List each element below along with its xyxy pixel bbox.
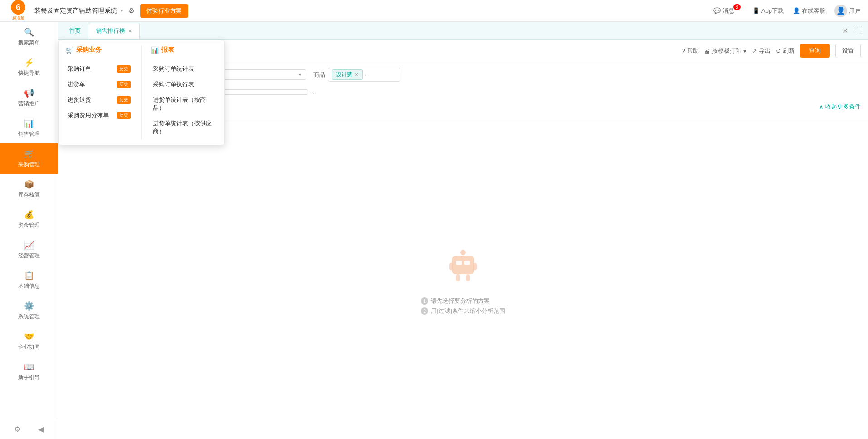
menu-item-label: 采购订单执行表	[153, 80, 194, 89]
history-badge: 历史	[117, 112, 131, 119]
message-badge: 6	[733, 4, 741, 10]
sidebar-item-system[interactable]: ⚙️ 系统管理	[0, 296, 58, 326]
goods-label: 商品	[313, 71, 325, 79]
salesperson-select[interactable]	[218, 89, 308, 95]
bottom-collapse-icon[interactable]: ◀	[38, 425, 44, 434]
svg-rect-8	[463, 254, 463, 257]
print-label: 按模板打印	[712, 47, 741, 55]
step-2-num: 2	[421, 307, 428, 315]
collapse-icon: ∧	[819, 104, 824, 110]
report-section-label: 报表	[161, 46, 174, 54]
settings-button[interactable]: 设置	[835, 44, 861, 58]
history-badge: 历史	[117, 96, 131, 104]
menu-item-return[interactable]: 进货退货 历史	[66, 92, 132, 108]
menu-item-inbound-stats-goods[interactable]: 进货单统计表（按商品）	[151, 92, 218, 116]
svg-rect-6	[466, 274, 470, 281]
goods-tag: 设计费 ✕	[332, 69, 363, 80]
guide-icon: 📖	[24, 362, 34, 372]
svg-rect-1	[456, 261, 462, 265]
menu-item-purchase-order-stats[interactable]: 采购订单统计表	[151, 61, 218, 77]
report-section-title: 📊 报表	[151, 46, 218, 57]
tab-maximize-icon[interactable]: ⛶	[853, 25, 864, 37]
bottom-settings-icon[interactable]: ⚙	[14, 425, 20, 434]
message-item[interactable]: 💬 消息 6	[713, 7, 743, 15]
help-action[interactable]: ? 帮助	[682, 47, 699, 55]
menu-item-inbound-stats-supplier[interactable]: 进货单统计表（按供应商）	[151, 116, 218, 139]
goods-filter: 商品 设计费 ✕ ···	[313, 68, 400, 82]
refresh-label: 刷新	[783, 47, 795, 55]
sidebar-item-cooperation[interactable]: 🤝 企业协同	[0, 326, 58, 356]
sidebar-item-label: 库存核算	[18, 191, 40, 199]
collapse-label: 收起更多条件	[825, 103, 861, 111]
header-actions: ? 帮助 🖨 按模板打印 ▾ ↗ 导出 ↺ 刷新	[682, 44, 861, 58]
cooperation-icon: 🤝	[24, 331, 34, 341]
system-title: 装餐及固定资产辅助管理系统 ▾	[34, 7, 123, 15]
sidebar-item-operations[interactable]: 📈 经营管理	[0, 235, 58, 265]
sidebar-item-sales[interactable]: 📊 销售管理	[0, 113, 58, 143]
purchase-icon: 🛒	[24, 149, 34, 159]
report-section: 📊 报表 采购订单统计表 采购订单执行表 进货单统计表（按商品） 进货单统计表（…	[144, 46, 225, 139]
tab-home[interactable]: 首页	[62, 23, 88, 39]
sidebar-item-label: 基础信息	[18, 282, 40, 290]
tab-label: 销售排行榜	[96, 27, 125, 35]
menu-item-inbound[interactable]: 进货单 历史	[66, 77, 132, 92]
sidebar-item-label: 经营管理	[18, 252, 40, 260]
sidebar-item-purchase[interactable]: 🛒 采购管理	[0, 143, 58, 174]
print-icon: 🖨	[704, 48, 710, 54]
quick-nav-icon: ⚡	[24, 58, 34, 68]
goods-filter-dots[interactable]: ···	[365, 71, 370, 78]
empty-state-illustration	[440, 242, 486, 288]
svg-rect-0	[452, 256, 474, 274]
sidebar-item-finance[interactable]: 💰 资金管理	[0, 204, 58, 235]
headset-icon: 👤	[793, 7, 800, 14]
print-dropdown-icon[interactable]: ▾	[743, 48, 746, 54]
menu-item-purchase-order-exec[interactable]: 采购订单执行表	[151, 77, 218, 92]
finance-icon: 💰	[24, 210, 34, 220]
svg-rect-2	[464, 261, 470, 265]
step-1-num: 1	[421, 297, 428, 305]
menu-item-expense-allocation[interactable]: 采购费用分摊单 历史	[66, 108, 132, 123]
online-service-item[interactable]: 👤 在线客服	[793, 7, 825, 15]
query-button[interactable]: 查询	[800, 44, 830, 58]
operations-icon: 📈	[24, 240, 34, 250]
basic-info-icon: 📋	[24, 271, 34, 281]
sidebar-item-search[interactable]: 🔍 搜索菜单	[0, 22, 58, 52]
sidebar-item-marketing[interactable]: 📢 营销推广	[0, 83, 58, 113]
export-icon: ↗	[752, 48, 757, 54]
export-action[interactable]: ↗ 导出	[752, 47, 770, 55]
logo: 6 标准版	[7, 0, 29, 21]
goods-tag-close-icon[interactable]: ✕	[354, 72, 359, 78]
salesperson-filter-dots[interactable]: ···	[311, 89, 316, 96]
empty-state: 1 请先选择要分析的方案 2 用[过滤]条件来缩小分析范围	[58, 120, 868, 439]
tab-sales-ranking[interactable]: 销售排行榜 ✕	[88, 23, 140, 39]
sidebar: 🔍 搜索菜单 ⚡ 快捷导航 📢 营销推广 📊 销售管理 🛒 采购管理 📦	[0, 22, 58, 439]
refresh-action[interactable]: ↺ 刷新	[776, 47, 795, 55]
purchase-section-label: 采购业务	[76, 46, 102, 54]
user-item[interactable]: 👤 用户	[834, 5, 861, 17]
industry-button[interactable]: 体验行业方案	[140, 4, 188, 18]
voucher-status-select[interactable]: ▾	[215, 69, 306, 80]
tab-close-all-icon[interactable]: ✕	[840, 25, 850, 37]
app-download-item[interactable]: 📱 App下载	[752, 7, 784, 15]
history-badge: 历史	[117, 65, 131, 73]
tab-close-icon[interactable]: ✕	[128, 28, 132, 34]
collapse-button[interactable]: ∧ 收起更多条件	[819, 103, 861, 111]
print-action[interactable]: 🖨 按模板打印 ▾	[704, 47, 746, 55]
report-section-icon: 📊	[151, 46, 159, 54]
sidebar-item-basic-info[interactable]: 📋 基础信息	[0, 265, 58, 296]
system-icon: ⚙️	[24, 301, 34, 311]
dropdown-arrow-icon[interactable]: ▾	[121, 8, 123, 13]
sidebar-item-label: 新手引导	[18, 374, 40, 381]
sidebar-item-inventory[interactable]: 📦 库存核算	[0, 174, 58, 204]
sidebar-item-label: 采购管理	[18, 161, 40, 168]
menu-item-label: 进货退货	[68, 96, 91, 104]
empty-step-1: 1 请先选择要分析的方案	[421, 297, 505, 305]
svg-rect-4	[473, 263, 477, 270]
search-icon: 🔍	[24, 27, 34, 37]
menu-item-purchase-order[interactable]: 采购订单 历史	[66, 61, 132, 77]
sidebar-item-guide[interactable]: 📖 新手引导	[0, 356, 58, 387]
menu-item-label: 进货单	[68, 80, 85, 89]
sidebar-item-quick-nav[interactable]: ⚡ 快捷导航	[0, 52, 58, 83]
settings-icon[interactable]: ⚙	[128, 6, 135, 15]
home-tab-label: 首页	[69, 27, 81, 35]
